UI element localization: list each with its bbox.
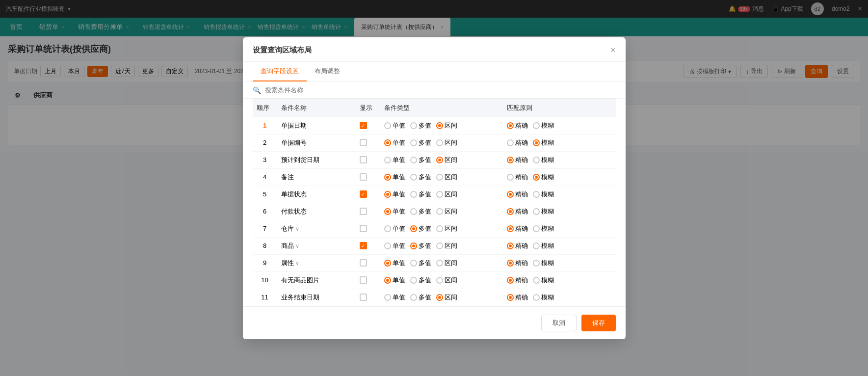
row-match-2: 精确模糊 <box>503 151 616 152</box>
dialog: 设置查询区域布局 × 查询字段设置 布局调整 🔍 顺序 条件名称 <box>243 37 626 152</box>
row-type-2: 单值多值区间 <box>380 151 503 152</box>
search-input[interactable] <box>265 86 616 94</box>
row-checkbox-2[interactable] <box>356 151 380 152</box>
radio-match-模糊-1[interactable]: 模糊 <box>533 138 554 147</box>
table-row: 2单据编号单值多值区间精确模糊 <box>253 134 616 151</box>
col-order: 顺序 <box>253 99 277 117</box>
dialog-tab-query-fields[interactable]: 查询字段设置 <box>253 62 307 81</box>
dialog-header: 设置查询区域布局 × <box>243 37 626 62</box>
col-type: 条件类型 <box>380 99 503 117</box>
row-order-0: 1 <box>253 117 277 134</box>
row-order-2: 3 <box>253 151 277 152</box>
row-checkbox-0[interactable] <box>356 117 380 134</box>
radio-type-多值-1[interactable]: 多值 <box>410 138 431 147</box>
row-name-0: 单据日期 <box>277 117 356 134</box>
dialog-tabs: 查询字段设置 布局调整 <box>243 62 626 81</box>
radio-type-区间-1[interactable]: 区间 <box>436 138 457 147</box>
dialog-table: 顺序 条件名称 显示 条件类型 匹配原则 1单据日期单值多值区间精确模糊2单据编… <box>253 99 616 152</box>
col-display: 显示 <box>356 99 380 117</box>
row-checkbox-1[interactable] <box>356 134 380 151</box>
col-match: 匹配原则 <box>503 99 616 117</box>
dialog-search-area: 🔍 <box>243 81 626 99</box>
dialog-tab-layout-adjust[interactable]: 布局调整 <box>307 62 348 81</box>
modal-overlay: 设置查询区域布局 × 查询字段设置 布局调整 🔍 顺序 条件名称 <box>0 0 868 152</box>
row-match-0: 精确模糊 <box>503 117 616 134</box>
checkbox-0[interactable] <box>360 122 367 129</box>
dialog-table-header: 顺序 条件名称 显示 条件类型 匹配原则 <box>253 99 616 117</box>
dialog-close-button[interactable]: × <box>610 45 616 55</box>
col-name: 条件名称 <box>277 99 356 117</box>
checkbox-1[interactable] <box>360 139 367 146</box>
radio-match-精确-1[interactable]: 精确 <box>507 138 528 147</box>
row-match-1: 精确模糊 <box>503 134 616 151</box>
table-row: 3预计到货日期单值多值区间精确模糊 <box>253 151 616 152</box>
row-name-1: 单据编号 <box>277 134 356 151</box>
search-icon: 🔍 <box>253 86 261 94</box>
radio-type-单值-0[interactable]: 单值 <box>384 121 405 130</box>
radio-type-多值-0[interactable]: 多值 <box>410 121 431 130</box>
radio-match-模糊-0[interactable]: 模糊 <box>533 121 554 130</box>
dialog-table-wrap: 顺序 条件名称 显示 条件类型 匹配原则 1单据日期单值多值区间精确模糊2单据编… <box>243 99 626 152</box>
radio-type-单值-1[interactable]: 单值 <box>384 138 405 147</box>
table-row: 1单据日期单值多值区间精确模糊 <box>253 117 616 134</box>
radio-match-精确-0[interactable]: 精确 <box>507 121 528 130</box>
dialog-title: 设置查询区域布局 <box>253 46 312 55</box>
row-name-2: 预计到货日期 <box>277 151 356 152</box>
row-order-1: 2 <box>253 134 277 151</box>
radio-type-区间-0[interactable]: 区间 <box>436 121 457 130</box>
row-type-1: 单值多值区间 <box>380 134 503 151</box>
row-type-0: 单值多值区间 <box>380 117 503 134</box>
